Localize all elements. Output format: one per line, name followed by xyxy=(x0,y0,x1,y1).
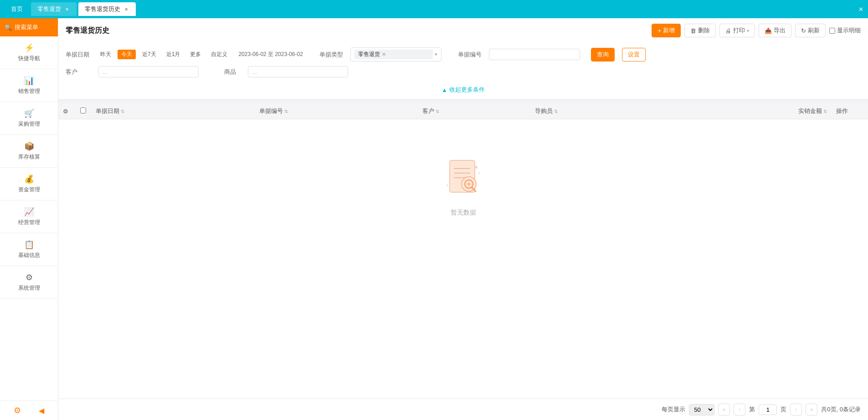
show-detail-checkbox[interactable] xyxy=(829,28,835,34)
tab-retail-return[interactable]: 零售退货 ✕ xyxy=(31,2,77,16)
sidebar: 🔍 搜索菜单 ⚡ 快捷导航 📊 销售管理 🛒 采购管理 📦 库存核算 💰 资金管… xyxy=(0,18,58,420)
tab-retail-return-close[interactable]: ✕ xyxy=(64,6,70,12)
table-header-number[interactable]: 单据编号 ⇅ xyxy=(255,103,418,119)
sys-mgmt-icon: ⚙ xyxy=(26,272,33,282)
goods-filter-label: 商品 xyxy=(224,68,236,76)
table-header-action: 操作 xyxy=(832,103,868,119)
sidebar-item-sys-mgmt[interactable]: ⚙ 系统管理 xyxy=(0,266,58,299)
date-option-1month[interactable]: 近1月 xyxy=(163,50,184,59)
query-button[interactable]: 查询 xyxy=(591,48,615,61)
sidebar-item-label-basic-info: 基础信息 xyxy=(18,251,40,259)
bill-number-input[interactable] xyxy=(489,49,580,60)
bill-number-filter-label: 单据编号 xyxy=(458,51,482,59)
sidebar-item-quick-nav[interactable]: ⚡ 快捷导航 xyxy=(0,36,58,69)
goods-placeholder: ... xyxy=(252,68,257,75)
per-page-select[interactable]: 50 10 20 100 xyxy=(689,404,714,415)
data-table: ⚙ 单据日期 ⇅ 单据编号 xyxy=(58,103,868,253)
sidebar-item-inventory[interactable]: 📦 库存核算 xyxy=(0,135,58,168)
date-option-yesterday[interactable]: 昨天 xyxy=(97,50,115,59)
amount-sort-icon: ⇅ xyxy=(823,109,827,114)
delete-icon: 🗑 xyxy=(690,27,696,34)
date-option-more[interactable]: 更多 xyxy=(186,50,205,59)
customer-select[interactable]: ... xyxy=(98,66,199,77)
show-detail-checkbox-label[interactable]: 显示明细 xyxy=(829,26,861,35)
sidebar-settings-icon[interactable]: ⚙ xyxy=(14,405,21,415)
sidebar-item-purchase[interactable]: 🛒 采购管理 xyxy=(0,102,58,135)
sidebar-item-basic-info[interactable]: 📋 基础信息 xyxy=(0,233,58,266)
inventory-icon: 📦 xyxy=(24,141,34,151)
sidebar-item-label-finance: 资金管理 xyxy=(18,186,40,194)
page-number-input[interactable] xyxy=(759,405,777,415)
quick-nav-icon: ⚡ xyxy=(24,43,34,53)
bill-type-tag-text: 零售退货 xyxy=(358,51,380,58)
goods-select[interactable]: ... xyxy=(248,66,348,77)
sidebar-collapse-icon[interactable]: ◀ xyxy=(39,406,44,415)
sidebar-item-finance[interactable]: 💰 资金管理 xyxy=(0,168,58,200)
sidebar-item-label-quick-nav: 快捷导航 xyxy=(18,55,40,62)
sidebar-item-operations[interactable]: 📈 经营管理 xyxy=(0,200,58,233)
svg-point-10 xyxy=(478,172,480,174)
refresh-button[interactable]: ↻ 刷新 xyxy=(795,24,826,37)
page-summary: 共0页, 0条记录 xyxy=(821,405,861,414)
table-header-checkbox[interactable] xyxy=(75,103,91,119)
bill-type-arrow-icon: ▾ xyxy=(435,51,437,57)
export-label: 导出 xyxy=(774,26,786,35)
date-option-7days[interactable]: 近7天 xyxy=(139,50,160,59)
home-tab-label: 首页 xyxy=(11,5,23,13)
amount-col-label: 实销金额 xyxy=(798,107,822,115)
last-page-btn[interactable]: » xyxy=(806,404,817,415)
customer-sort-icon: ⇅ xyxy=(436,109,439,114)
bill-type-select[interactable]: 零售退货 ✕ ▾ xyxy=(350,47,442,61)
tab-retail-return-history-close[interactable]: ✕ xyxy=(123,6,129,12)
date-option-today[interactable]: 今天 xyxy=(118,50,136,59)
sidebar-bottom: ⚙ ◀ xyxy=(0,400,58,420)
table-area: ⚙ 单据日期 ⇅ 单据编号 xyxy=(58,103,868,399)
svg-point-11 xyxy=(447,184,448,186)
customer-col-label: 客户 xyxy=(422,107,434,115)
date-col-label: 单据日期 xyxy=(96,107,119,115)
first-page-btn[interactable]: « xyxy=(718,404,730,415)
collapse-filter-btn[interactable]: ▲ 收起更多条件 xyxy=(434,84,492,96)
table-header-amount[interactable]: 实销金额 ⇅ xyxy=(668,103,832,119)
sales-icon: 📊 xyxy=(24,76,34,86)
table-body: 暂无数据 xyxy=(58,119,868,254)
customer-filter-label: 客户 xyxy=(66,68,77,76)
number-col-label: 单据编号 xyxy=(259,107,283,115)
tab-retail-return-history[interactable]: 零售退货历史 ✕ xyxy=(78,2,136,16)
sidebar-item-label-sales: 销售管理 xyxy=(18,87,40,95)
delete-label: 删除 xyxy=(698,26,710,35)
next-page-btn[interactable]: › xyxy=(790,404,802,415)
sidebar-item-sales[interactable]: 📊 销售管理 xyxy=(0,69,58,102)
finance-icon: 💰 xyxy=(24,174,34,184)
delete-button[interactable]: 🗑 删除 xyxy=(684,24,716,37)
search-icon: 🔍 xyxy=(5,24,12,31)
new-button[interactable]: + 新增 xyxy=(652,24,681,37)
page-unit: 页 xyxy=(781,405,786,414)
table-header-date[interactable]: 单据日期 ⇅ xyxy=(91,103,255,119)
sidebar-item-label-operations: 经营管理 xyxy=(18,219,40,226)
pagination-bar: 每页显示 50 10 20 100 « ‹ 第 页 › » 共0页, 0条记录 xyxy=(58,399,868,420)
guide-col-label: 导购员 xyxy=(535,107,553,115)
page-label: 第 xyxy=(749,405,755,414)
operations-icon: 📈 xyxy=(24,207,34,217)
table-header-settings[interactable]: ⚙ xyxy=(58,103,75,119)
collapse-label: 收起更多条件 xyxy=(449,86,485,94)
tab-home[interactable]: 首页 xyxy=(5,2,29,16)
export-button[interactable]: 📤 导出 xyxy=(759,24,791,37)
table-header-guide[interactable]: 导购员 ⇅ xyxy=(530,103,668,119)
sidebar-item-label-inventory: 库存核算 xyxy=(18,153,40,161)
window-close-btn[interactable]: ✕ xyxy=(858,6,863,13)
sidebar-search[interactable]: 🔍 搜索菜单 xyxy=(0,18,58,36)
bill-type-filter-label: 单据类型 xyxy=(319,51,343,59)
basic-info-icon: 📋 xyxy=(24,240,34,250)
select-all-checkbox[interactable] xyxy=(80,108,86,113)
settings-filter-button[interactable]: 设置 xyxy=(622,48,646,61)
print-button[interactable]: 🖨 打印 ▾ xyxy=(719,24,755,37)
svg-point-9 xyxy=(475,166,478,169)
print-icon: 🖨 xyxy=(725,27,731,34)
prev-page-btn[interactable]: ‹ xyxy=(734,404,745,415)
date-option-custom[interactable]: 自定义 xyxy=(207,50,231,59)
table-header-customer[interactable]: 客户 ⇅ xyxy=(418,103,530,119)
bill-type-tag-close[interactable]: ✕ xyxy=(382,51,386,57)
new-icon: + xyxy=(657,27,661,34)
